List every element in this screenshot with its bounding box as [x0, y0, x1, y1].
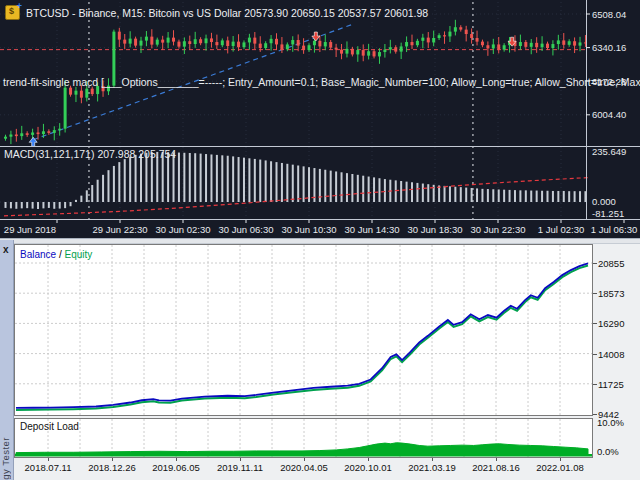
- candle-body: [530, 43, 533, 47]
- macd-bar: [481, 189, 483, 202]
- tester-date-label: 2020.10.01: [344, 462, 392, 473]
- candle-body: [270, 39, 273, 43]
- candle-body: [562, 40, 565, 44]
- tester-y-tick: [593, 354, 597, 355]
- tester-date-label: 2019.06.05: [152, 462, 200, 473]
- tester-y-tick-label: 18573: [598, 288, 624, 299]
- candle-body: [573, 41, 576, 45]
- macd-bar: [26, 202, 28, 208]
- candle-body: [394, 47, 397, 51]
- macd-bar: [183, 153, 185, 202]
- tester-date-label: 2018.07.11: [25, 462, 72, 473]
- time-tick-label: 30 Jun 06:30: [219, 224, 274, 235]
- macd-bar: [454, 187, 456, 202]
- macd-bar: [335, 171, 337, 202]
- macd-bar: [509, 190, 511, 202]
- time-tick-label: 30 Jun 02:30: [156, 224, 211, 235]
- strategy-tester-panel: [0, 244, 640, 480]
- candle-body: [183, 41, 186, 46]
- strategy-tester-tab[interactable]: Strategy Tester: [0, 437, 11, 480]
- macd-bar: [514, 190, 516, 202]
- tester-y-tick: [593, 414, 597, 415]
- tester-y-tick-label: 11725: [598, 379, 624, 390]
- candle-body: [58, 129, 61, 130]
- macd-bar: [221, 155, 223, 202]
- macd-bar: [552, 191, 554, 202]
- time-tick-label: 1 Jul 02:30: [538, 224, 584, 235]
- macd-bar: [248, 158, 250, 202]
- candle-body: [53, 130, 56, 133]
- macd-indicator-label: MACD(31,121,171) 207.988 205.754: [4, 148, 176, 160]
- price-chart-area[interactable]: 6508.046340.166172.286004.40235.6490.000…: [0, 0, 640, 238]
- close-tester-button[interactable]: x: [3, 244, 13, 256]
- candle-body: [351, 49, 354, 55]
- macd-bar: [444, 186, 446, 202]
- macd-bar: [80, 196, 82, 202]
- macd-bar: [91, 185, 93, 202]
- candle-body: [438, 35, 441, 38]
- macd-bar: [32, 202, 34, 209]
- tester-x-tick: [48, 458, 49, 461]
- candle-body: [443, 35, 446, 36]
- macd-bar: [254, 159, 256, 202]
- macd-bar: [525, 190, 527, 202]
- candle-body: [150, 37, 153, 45]
- candle-body: [324, 42, 327, 46]
- tester-date-label: 2022.01.08: [536, 462, 584, 473]
- candle-body: [4, 137, 7, 139]
- macd-bar: [297, 166, 299, 202]
- candle-body: [459, 27, 462, 29]
- candle-body: [421, 38, 424, 41]
- macd-bar: [59, 202, 61, 209]
- tester-y-tick: [593, 384, 597, 385]
- time-tick-label: 29 Jun 2018: [4, 224, 56, 235]
- macd-bar: [351, 174, 353, 202]
- candle-body: [15, 134, 18, 136]
- candle-body: [242, 42, 245, 47]
- macd-bar: [373, 177, 375, 202]
- deposit-load-label: Deposit Load: [20, 421, 79, 432]
- candle-body: [568, 41, 571, 45]
- macd-bar: [438, 185, 440, 202]
- candle-body: [280, 44, 283, 49]
- candle-body: [329, 42, 332, 48]
- balance-equity-chart[interactable]: [14, 244, 593, 416]
- deposit-load-chart[interactable]: [14, 418, 593, 458]
- tester-x-tick: [432, 458, 433, 461]
- macd-bar: [64, 202, 66, 208]
- candle-body: [356, 50, 359, 54]
- macd-bar: [400, 181, 402, 202]
- macd-bar: [216, 155, 218, 202]
- tester-date-label: 2021.08.16: [472, 462, 520, 473]
- time-tick-label: 1 Jul 06:30: [591, 224, 637, 235]
- macd-bar: [411, 182, 413, 202]
- tester-y-tick-label: 14008: [598, 349, 624, 360]
- macd-bar: [427, 184, 429, 202]
- candle-body: [383, 50, 386, 52]
- candle-body: [286, 44, 289, 49]
- macd-bar: [487, 189, 489, 202]
- macd-tick-label: 235.649: [592, 146, 626, 157]
- candle-body: [579, 42, 582, 45]
- candle-body: [503, 45, 506, 49]
- macd-bar: [286, 164, 288, 202]
- macd-bar: [15, 202, 17, 209]
- candle-body: [145, 37, 148, 41]
- candle-body: [389, 47, 392, 49]
- tester-y-tick-label: 20855: [598, 258, 624, 269]
- time-tick-label: 30 Jun 22:30: [471, 224, 526, 235]
- candle-body: [546, 44, 549, 48]
- candle-body: [85, 89, 88, 98]
- macd-bar: [292, 165, 294, 202]
- deposit-load-min-label: 0.0%: [597, 446, 619, 457]
- candle-body: [302, 46, 305, 50]
- time-tick-label: 30 Jun 14:30: [345, 224, 400, 235]
- candle-body: [248, 38, 251, 43]
- macd-bar: [471, 188, 473, 202]
- candlestick-chart-svg[interactable]: 6508.046340.166172.286004.40235.6490.000…: [0, 0, 640, 238]
- macd-bar: [303, 166, 305, 202]
- macd-bar: [449, 186, 451, 202]
- time-tick-label: 29 Jun 22:30: [93, 224, 148, 235]
- tester-x-tick: [496, 458, 497, 461]
- macd-bar: [210, 154, 212, 202]
